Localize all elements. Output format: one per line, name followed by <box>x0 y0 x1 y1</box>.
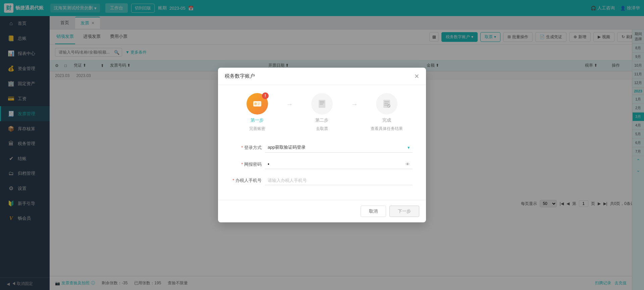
step-1-label: 第一步 <box>251 117 264 123</box>
step-2: 第二步 去取票 <box>296 93 347 132</box>
step-1-icon: ! <box>247 93 268 115</box>
invoice-step-icon <box>317 98 327 109</box>
svg-rect-7 <box>320 104 323 104</box>
password-required-mark: * <box>241 162 243 167</box>
dialog-body: ! 第一步 完善账密 → <box>218 85 426 200</box>
step-3-desc: 查看具体任务结果 <box>371 126 403 132</box>
complete-step-icon <box>381 98 392 109</box>
phone-input[interactable] <box>265 176 413 185</box>
dialog-overlay: 税务数字账户 ✕ ! <box>0 0 644 290</box>
step-error-badge: ! <box>262 92 269 99</box>
step-arrow-2: → <box>348 93 361 108</box>
phone-required-mark: * <box>232 178 234 183</box>
step-1: ! 第一步 完善账密 <box>231 93 283 132</box>
person-id-icon <box>252 98 263 109</box>
step-3-icon <box>376 93 397 115</box>
step-3-label: 完成 <box>382 117 391 123</box>
password-input[interactable] <box>265 159 413 169</box>
dialog-close-button[interactable]: ✕ <box>414 73 419 79</box>
step-2-desc: 去取票 <box>316 126 328 132</box>
cancel-button[interactable]: 取消 <box>361 206 386 217</box>
login-method-required-mark: * <box>241 145 243 150</box>
steps-indicator: ! 第一步 完善账密 → <box>231 93 413 132</box>
login-method-label: * 登录方式 <box>231 145 262 151</box>
phone-label: * 办税人手机号 <box>231 177 262 184</box>
phone-row: * 办税人手机号 <box>231 176 413 185</box>
step-2-label: 第二步 <box>315 117 328 123</box>
svg-rect-5 <box>320 101 324 102</box>
password-field: 👁 <box>265 159 413 169</box>
password-row: * 网报密码 👁 <box>231 159 413 169</box>
tax-account-dialog: 税务数字账户 ✕ ! <box>218 68 426 222</box>
dialog-footer: 取消 下一步 <box>218 200 426 222</box>
svg-point-1 <box>254 102 257 105</box>
next-button[interactable]: 下一步 <box>389 206 419 217</box>
step-1-desc: 完善账密 <box>249 126 265 132</box>
dialog-title: 税务数字账户 <box>225 73 255 79</box>
select-dropdown-icon: ▾ <box>408 145 410 150</box>
svg-rect-3 <box>258 104 260 105</box>
login-method-row: * 登录方式 app获取验证码登录 ▾ <box>231 142 413 153</box>
eye-icon[interactable]: 👁 <box>406 162 410 167</box>
step-arrow-1: → <box>283 93 296 108</box>
password-label: * 网报密码 <box>231 161 262 167</box>
step-2-icon <box>311 93 333 115</box>
dialog-header: 税务数字账户 ✕ <box>218 68 426 85</box>
svg-rect-6 <box>320 102 324 103</box>
login-method-select[interactable]: app获取验证码登录 ▾ <box>265 142 413 153</box>
svg-rect-2 <box>258 103 260 103</box>
step-3: 完成 查看具体任务结果 <box>361 93 413 132</box>
